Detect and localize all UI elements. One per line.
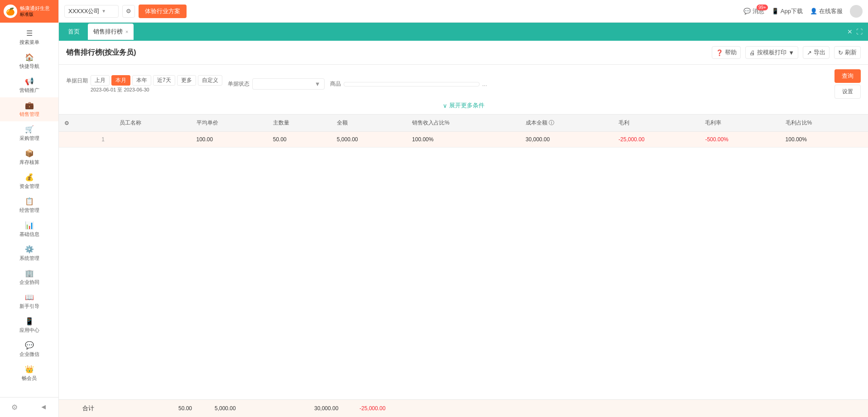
filter-settings-btn[interactable]: 设置 <box>834 85 861 99</box>
sales-icon: 💼 <box>25 101 34 110</box>
last-7-days-btn[interactable]: 近7天 <box>153 75 175 86</box>
sidebar-item-system[interactable]: ⚙️ 系统管理 <box>0 241 58 265</box>
export-icon: ↗ <box>807 49 812 56</box>
col-cost-header: 成本全额 ⓘ <box>520 115 613 132</box>
sidebar-item-label: 资金管理 <box>19 183 39 190</box>
filter-more-options-btn[interactable]: ... <box>482 81 487 87</box>
online-service-btn[interactable]: 👤 在线客服 <box>810 7 843 15</box>
custom-date-btn[interactable]: 自定义 <box>198 75 222 86</box>
app-icon: 📱 <box>772 8 779 14</box>
col-amount-header: 全额 <box>331 115 407 132</box>
expand-more-btn[interactable]: ∨ 展开更多条件 <box>66 101 861 110</box>
help-btn[interactable]: ❓ 帮助 <box>712 46 741 59</box>
sidebar-item-label: 快捷导航 <box>19 63 39 70</box>
sidebar-item-marketing[interactable]: 📢 营销推广 <box>0 73 58 97</box>
expand-label: 展开更多条件 <box>449 101 484 110</box>
company-settings-btn[interactable]: ⚙ <box>122 5 135 18</box>
collapse-sidebar-btn[interactable]: ◄ <box>38 401 49 413</box>
tab-sales-ranking[interactable]: 销售排行榜 × <box>88 24 134 40</box>
print-icon: 🖨 <box>749 49 755 56</box>
goods-filter: 商品 ... <box>330 80 487 88</box>
sidebar-item-enterprise[interactable]: 🏢 企业协同 <box>0 265 58 289</box>
sidebar-item-inventory[interactable]: 📦 库存核算 <box>0 145 58 169</box>
online-service-label: 在线客服 <box>819 7 843 15</box>
user-avatar[interactable] <box>850 5 863 18</box>
guide-icon: 📖 <box>25 293 34 302</box>
trial-btn[interactable]: 体验行业方案 <box>139 5 187 18</box>
top-header: XXXXX公司 ▼ ⚙ 体验行业方案 💬 消息 99+ 📱 App下载 👤 在线… <box>59 0 868 23</box>
footer-quantity <box>119 405 173 412</box>
chevron-down-icon: ▼ <box>315 81 321 87</box>
sidebar-item-member[interactable]: 👑 畅会员 <box>0 361 58 385</box>
settings-bottom-icon[interactable]: ⚙ <box>10 401 19 413</box>
tab-home[interactable]: 首页 <box>61 25 87 38</box>
status-select[interactable]: ▼ <box>252 78 325 90</box>
col-gross-header: 毛利 <box>613 115 700 132</box>
sidebar-item-label: 系统管理 <box>19 255 39 262</box>
sidebar-item-finance[interactable]: 💰 资金管理 <box>0 169 58 193</box>
message-btn[interactable]: 💬 消息 99+ <box>743 7 764 15</box>
tab-controls: ✕ ⛶ <box>847 28 866 35</box>
tab-home-label: 首页 <box>68 28 80 35</box>
query-btn[interactable]: 查询 <box>834 69 861 83</box>
sidebar-item-wechat[interactable]: 💬 企业微信 <box>0 337 58 361</box>
last-month-btn[interactable]: 上月 <box>91 75 110 86</box>
status-filter: 单据状态 ▼ <box>228 78 325 90</box>
sidebar-item-label: 畅会员 <box>22 375 37 382</box>
close-tab-btn[interactable]: ✕ <box>847 28 853 35</box>
col-avg-price-header: 平均单价 <box>191 115 268 132</box>
col-settings-header[interactable]: ⚙ <box>59 115 96 132</box>
col-rank-header <box>96 115 114 132</box>
company-selector[interactable]: XXXXX公司 ▼ <box>64 5 119 18</box>
col-employee-header: 员工名称 <box>114 115 191 132</box>
chevron-down-icon: ∨ <box>443 102 447 109</box>
table-row: 1 100.00 50.00 5,000.00 100.00% 30,000.0… <box>59 132 868 148</box>
sidebar-item-purchase[interactable]: 🛒 采购管理 <box>0 121 58 145</box>
refresh-icon: ↻ <box>838 49 843 56</box>
row-settings-cell <box>59 132 96 148</box>
template-print-btn[interactable]: 🖨 按模板打印 ▼ <box>745 46 798 59</box>
sidebar-item-app-center[interactable]: 📱 应用中心 <box>0 313 58 337</box>
sidebar-item-operations[interactable]: 📋 经营管理 <box>0 193 58 217</box>
export-btn[interactable]: ↗ 导出 <box>803 46 830 59</box>
logo-title: 畅康通好生意 <box>20 5 50 11</box>
goods-select[interactable] <box>344 82 480 86</box>
sidebar: 🍊 畅康通好生意 标准版 ☰ 搜索菜单 🏠 快捷导航 📢 营销推广 💼 销售管理… <box>0 0 59 417</box>
more-date-btn[interactable]: 更多 <box>177 75 196 86</box>
gear-icon: ⚙ <box>126 8 131 14</box>
app-download-btn[interactable]: 📱 App下载 <box>772 7 803 15</box>
service-icon: 👤 <box>810 8 817 14</box>
data-table-wrapper: ⚙ 员工名称 平均单价 主数量 全额 销售收入占比% 成本全额 ⓘ 毛利 毛利率… <box>59 115 868 399</box>
tab-close-btn[interactable]: × <box>125 29 128 34</box>
col-quantity-header: 主数量 <box>268 115 331 132</box>
col-gross-ratio-header: 毛利占比% <box>780 115 868 132</box>
this-month-btn[interactable]: 本月 <box>111 75 130 86</box>
goods-label: 商品 <box>330 80 341 88</box>
sidebar-item-basic-info[interactable]: 📊 基础信息 <box>0 217 58 241</box>
sidebar-nav: ☰ 搜索菜单 🏠 快捷导航 📢 营销推广 💼 销售管理 🛒 采购管理 📦 库存核… <box>0 23 58 397</box>
tab-label: 销售排行榜 <box>93 28 123 36</box>
footer-amount-val: 5,000.00 <box>209 405 264 412</box>
maximize-tab-btn[interactable]: ⛶ <box>856 28 863 35</box>
page-header: 销售排行榜(按业务员) ❓ 帮助 🖨 按模板打印 ▼ ↗ 导出 ↻ 刷新 <box>59 41 868 65</box>
sidebar-item-sales[interactable]: 💼 销售管理 <box>0 97 58 121</box>
filter-area: 单据日期 上月 本月 本年 近7天 更多 自定义 2023-06-01 至 20… <box>59 65 868 115</box>
row-gross-ratio-cell: 100.00% <box>780 132 868 148</box>
sidebar-item-quick-nav[interactable]: 🏠 快捷导航 <box>0 49 58 73</box>
message-badge: 99+ <box>757 5 768 10</box>
row-rank-cell: 1 <box>96 132 114 148</box>
sidebar-item-label: 企业协同 <box>19 279 39 286</box>
page-actions: ❓ 帮助 🖨 按模板打印 ▼ ↗ 导出 ↻ 刷新 <box>712 46 861 59</box>
sidebar-bottom: ⚙ ◄ <box>0 397 58 417</box>
sidebar-item-search-order[interactable]: ☰ 搜索菜单 <box>0 25 58 49</box>
sidebar-item-label: 库存核算 <box>19 159 39 166</box>
refresh-btn[interactable]: ↻ 刷新 <box>834 46 861 59</box>
this-year-btn[interactable]: 本年 <box>132 75 151 86</box>
logo-icon: 🍊 <box>4 5 17 18</box>
sidebar-item-guide[interactable]: 📖 新手引导 <box>0 289 58 313</box>
filter-row: 单据日期 上月 本月 本年 近7天 更多 自定义 2023-06-01 至 20… <box>66 69 861 99</box>
system-icon: ⚙️ <box>25 245 34 254</box>
enterprise-icon: 🏢 <box>25 269 34 278</box>
sidebar-item-label: 应用中心 <box>19 327 39 334</box>
sidebar-item-label: 销售管理 <box>19 111 39 118</box>
